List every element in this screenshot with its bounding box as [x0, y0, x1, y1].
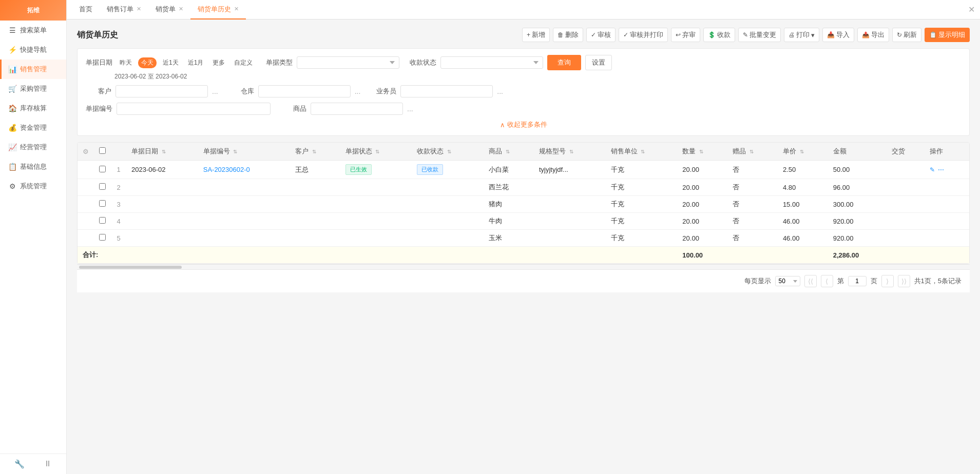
export-button[interactable]: 📤 导出	[857, 28, 889, 42]
table-header-row: ⚙ 单据日期 ⇅ 单据编号 ⇅ 客户 ⇅	[78, 143, 969, 161]
row-checkbox-3[interactable]	[94, 213, 111, 230]
row-more-0[interactable]: ⋯	[938, 166, 944, 173]
customer-input[interactable]	[116, 85, 208, 97]
query-button[interactable]: 查询	[547, 55, 581, 70]
sidebar-item-inventory-calc[interactable]: 🏠 库存核算	[0, 98, 66, 118]
doc-date-column-header[interactable]: 单据日期 ⇅	[126, 143, 198, 161]
table-row: 3 猪肉 千克 20.00 否 15.00 300.00	[78, 196, 969, 213]
tab-bar-close-btn[interactable]: ✕	[968, 5, 975, 14]
doc-type-select[interactable]	[297, 56, 399, 69]
row-select-1[interactable]	[99, 183, 106, 190]
gift-column-header[interactable]: 赠品 ⇅	[727, 143, 778, 161]
sidebar-item-quick-nav[interactable]: ⚡ 快捷导航	[0, 40, 66, 60]
customer-dots[interactable]: ...	[212, 87, 218, 95]
page-input[interactable]	[848, 276, 867, 286]
row-goods-0: 小白菜	[484, 161, 534, 179]
row-action-3	[925, 213, 969, 230]
sales-rep-dots[interactable]: ...	[497, 87, 503, 95]
row-select-3[interactable]	[99, 217, 106, 224]
audit-print-button[interactable]: ✓ 审核并打印	[619, 28, 668, 42]
customer-column-header[interactable]: 客户 ⇅	[290, 143, 340, 161]
spec-type-column-header[interactable]: 规格型号 ⇅	[534, 143, 606, 161]
select-all-checkbox[interactable]	[99, 147, 106, 154]
shortcut-yesterday[interactable]: 昨天	[117, 57, 135, 68]
sales-unit-column-header[interactable]: 销售单位 ⇅	[606, 143, 678, 161]
audit-print-icon: ✓	[623, 31, 628, 38]
table-row: 2 西兰花 千克 20.00 否 4.80 96.00	[78, 179, 969, 196]
tab-close-sales-goods-history[interactable]: ✕	[234, 6, 239, 12]
import-button[interactable]: 📥 导入	[822, 28, 854, 42]
delete-button[interactable]: 🗑 删除	[553, 28, 583, 42]
tab-sales-order[interactable]: 销售订单 ✕	[100, 0, 148, 19]
row-edit-0[interactable]: ✎	[930, 166, 935, 173]
doc-no-column-header[interactable]: 单据编号 ⇅	[198, 143, 290, 161]
checkbox-column-header[interactable]	[94, 143, 111, 161]
spec-type-sort-icon: ⇅	[569, 149, 573, 154]
row-checkbox-0[interactable]	[94, 161, 111, 179]
goods-input[interactable]	[311, 103, 403, 115]
refresh-icon: ↻	[897, 31, 902, 38]
gear-column-header[interactable]: ⚙	[78, 143, 94, 161]
sidebar-item-basic-info[interactable]: 📋 基础信息	[0, 157, 66, 176]
refresh-button[interactable]: ↻ 刷新	[892, 28, 921, 42]
sales-mgmt-icon: 📊	[8, 65, 17, 74]
audit-button[interactable]: ✓ 审核	[586, 28, 616, 42]
shortcut-today[interactable]: 今天	[138, 57, 157, 68]
quantity-column-header[interactable]: 数量 ⇅	[677, 143, 727, 161]
warehouse-dots[interactable]: ...	[355, 87, 361, 95]
last-page-btn[interactable]: ⟩⟩	[898, 275, 910, 287]
shortcut-more[interactable]: 更多	[209, 57, 228, 68]
sidebar-item-system-mgmt[interactable]: ⚙ 系统管理	[0, 176, 66, 196]
tab-home[interactable]: 首页	[72, 0, 100, 19]
unit-price-column-header[interactable]: 单价 ⇅	[778, 143, 828, 161]
sales-rep-input[interactable]	[400, 85, 493, 97]
tab-close-sales-goods[interactable]: ✕	[179, 6, 183, 12]
sidebar-collapse-btn[interactable]: ⏸	[44, 459, 52, 469]
tab-sales-goods-history[interactable]: 销货单历史 ✕	[190, 0, 246, 19]
per-page-select[interactable]: 50 10 20 100	[775, 276, 800, 286]
collect-button[interactable]: 💲 收款	[703, 28, 735, 42]
tab-close-sales-order[interactable]: ✕	[137, 6, 141, 12]
payment-status-column-header[interactable]: 收款状态 ⇅	[412, 143, 484, 161]
horizontal-scrollbar[interactable]	[77, 264, 970, 269]
sidebar-bottom: 🔧 ⏸	[0, 453, 66, 474]
prev-page-btn[interactable]: ⟨	[821, 275, 833, 287]
doc-no-input[interactable]	[117, 103, 271, 115]
sidebar-item-purchase-mgmt[interactable]: 🛒 采购管理	[0, 79, 66, 98]
filter-doc-no: 单据编号	[86, 103, 271, 115]
payment-status-select[interactable]	[440, 56, 543, 69]
shortcut-custom[interactable]: 自定义	[231, 57, 256, 68]
shortcut-last1m[interactable]: 近1月	[185, 57, 207, 68]
new-button[interactable]: + 新增	[522, 28, 550, 42]
row-checkbox-2[interactable]	[94, 196, 111, 213]
sidebar-item-finance-mgmt[interactable]: 💰 资金管理	[0, 118, 66, 137]
batch-change-button[interactable]: ✎ 批量变更	[738, 28, 781, 42]
abandon-button[interactable]: ↩ 弃审	[671, 28, 700, 42]
print-button[interactable]: 🖨 打印 ▾	[784, 28, 819, 42]
sidebar-item-search-menu[interactable]: ☰ 搜索菜单	[0, 21, 66, 40]
collapse-button[interactable]: ∧ 收起更多条件	[86, 120, 961, 129]
row-checkbox-4[interactable]	[94, 230, 111, 247]
sidebar-item-operations-mgmt[interactable]: 📈 经营管理	[0, 137, 66, 157]
row-select-0[interactable]	[99, 166, 106, 172]
row-checkbox-1[interactable]	[94, 179, 111, 196]
settings-button[interactable]: 设置	[585, 55, 612, 70]
scroll-thumb[interactable]	[79, 266, 182, 269]
sidebar-settings-btn[interactable]: 🔧	[14, 459, 25, 469]
operations-mgmt-icon: 📈	[8, 143, 17, 152]
doc-status-column-header[interactable]: 单据状态 ⇅	[340, 143, 412, 161]
gift-sort-icon: ⇅	[750, 149, 754, 154]
sidebar-item-sales-mgmt[interactable]: 📊 销售管理	[0, 60, 66, 79]
row-doc-no-0[interactable]: SA-20230602-0	[198, 161, 290, 179]
row-select-4[interactable]	[99, 234, 106, 241]
goods-dots[interactable]: ...	[407, 105, 413, 113]
warehouse-input[interactable]	[258, 85, 351, 97]
shortcut-last7[interactable]: 近1天	[160, 57, 182, 68]
row-select-2[interactable]	[99, 200, 106, 207]
tab-sales-goods[interactable]: 销货单 ✕	[148, 0, 190, 19]
first-page-btn[interactable]: ⟨⟨	[804, 275, 817, 287]
next-page-btn[interactable]: ⟩	[881, 275, 894, 287]
goods-column-header[interactable]: 商品 ⇅	[484, 143, 534, 161]
row-unit-price-3: 46.00	[778, 213, 828, 230]
show-detail-button[interactable]: 📋 显示明细	[925, 28, 970, 42]
